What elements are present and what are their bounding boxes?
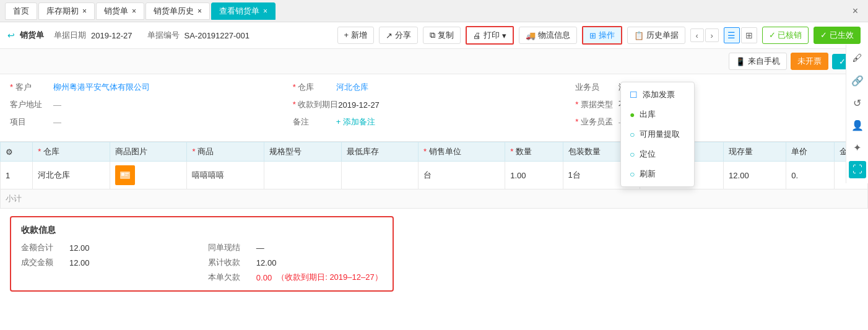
sales-person-label: 业务员孟 xyxy=(575,116,618,128)
cumulative-row: 累计收款 12.00 xyxy=(208,257,383,268)
dropdown-available-qty[interactable]: ○ 可用量提取 xyxy=(621,124,694,144)
logistics-button[interactable]: 🚚 物流信息 xyxy=(519,27,577,44)
warehouse-value[interactable]: 河北仓库 xyxy=(336,82,368,93)
outbound-icon: ● xyxy=(630,110,635,119)
prev-button[interactable]: ‹ xyxy=(690,28,704,42)
next-button[interactable]: › xyxy=(705,28,719,42)
window-close-button[interactable]: × xyxy=(848,6,863,17)
add-invoice-label: 添加发票 xyxy=(643,89,675,100)
payment-date-label: 收款到期日 xyxy=(293,99,339,110)
address-field: 客户地址 — xyxy=(10,99,293,110)
row-qty: 1.00 xyxy=(505,162,563,189)
amount-value: 12.00 xyxy=(69,243,90,253)
panel-edit-icon[interactable]: 🖋 xyxy=(849,50,866,67)
action-bar: 📱 来自手机 未开票 ✓ E xyxy=(0,49,868,74)
svg-rect-1 xyxy=(121,173,124,176)
print-button[interactable]: 🖨 打印 ▾ xyxy=(467,27,513,43)
subtotal-label: 小计 xyxy=(1,189,868,209)
new-button[interactable]: + 新增 xyxy=(337,27,374,44)
employee-label: 业务员 xyxy=(575,82,618,93)
tab-inventory-label: 库存期初 xyxy=(46,6,79,17)
th-warehouse: 仓库 xyxy=(33,142,110,162)
amount-label: 金额合计 xyxy=(21,242,64,253)
tab-inventory[interactable]: 库存期初 × xyxy=(38,2,95,20)
payment-grid: 金额合计 12.00 同单现结 — 成交金额 12.00 累计收款 12.00 xyxy=(21,242,383,283)
dropdown-refresh[interactable]: ○ 刷新 xyxy=(621,164,694,184)
product-thumbnail xyxy=(115,165,135,185)
settings-icon: ⚙ xyxy=(6,147,13,157)
dropdown-outbound[interactable]: ● 出库 xyxy=(621,105,694,124)
right-panel: 🖋 🔗 ↺ 👤 ✦ ⛶ xyxy=(846,45,868,183)
th-image: 商品图片 xyxy=(110,142,187,162)
main-container: ↩ 销货单 单据日期 2019-12-27 单据编号 SA-20191227-0… xyxy=(0,22,868,330)
not-open-button[interactable]: 未开票 xyxy=(791,53,828,70)
th-price: 单价 xyxy=(786,142,835,162)
deal-amount-row: 成交金额 12.00 xyxy=(21,257,196,268)
list-view-button[interactable]: ☰ xyxy=(724,27,740,43)
project-label: 项目 xyxy=(10,116,53,128)
same-order-label: 同单现结 xyxy=(208,242,251,253)
tab-view-sales[interactable]: 查看销货单 × xyxy=(211,2,276,20)
date-label: 单据日期 xyxy=(54,30,86,41)
form-row-2: 客户地址 — 收款到期日 2019-12-27 票据类型 不开票 xyxy=(10,99,858,110)
customer-value[interactable]: 柳州粤港平安气体有限公司 xyxy=(53,82,150,93)
cancelled-label: ✓ 已核销 xyxy=(769,30,802,41)
note-add-button[interactable]: + 添加备注 xyxy=(336,116,375,128)
operation-button[interactable]: ⊞ 操作 xyxy=(583,27,621,43)
panel-link-icon[interactable]: 🔗 xyxy=(849,72,866,89)
payment-date-field: 收款到期日 2019-12-27 xyxy=(293,99,576,110)
logistics-icon: 🚚 xyxy=(526,31,536,40)
from-phone-label: 来自手机 xyxy=(748,56,780,67)
view-toggle: ☰ ⊞ xyxy=(724,27,757,43)
grid-view-button[interactable]: ⊞ xyxy=(741,27,757,43)
number-label: 单据编号 xyxy=(147,30,180,41)
dropdown-locate[interactable]: ○ 定位 xyxy=(621,144,694,164)
cancelled-button[interactable]: ✓ 已核销 xyxy=(762,27,809,44)
tab-home[interactable]: 首页 xyxy=(5,2,37,20)
tab-sales-history-close[interactable]: × xyxy=(197,7,202,15)
panel-refresh-icon[interactable]: ↺ xyxy=(849,94,866,111)
new-button-label: + 新增 xyxy=(344,30,367,41)
project-value: — xyxy=(53,118,61,127)
tab-view-sales-close[interactable]: × xyxy=(263,7,267,15)
amount-row: 金额合计 12.00 xyxy=(21,242,196,253)
th-min-stock: 最低库存 xyxy=(341,142,419,162)
effective-button[interactable]: ✓ 已生效 xyxy=(814,27,861,44)
panel-star-icon[interactable]: ✦ xyxy=(849,139,866,156)
tab-sales-history[interactable]: 销货单历史 × xyxy=(145,2,210,20)
refresh-label: 刷新 xyxy=(640,168,656,180)
th-current: 现存量 xyxy=(724,142,786,162)
cumulative-label: 累计收款 xyxy=(208,257,251,268)
deal-amount-label: 成交金额 xyxy=(21,257,64,268)
form-row-3: 项目 — 备注 + 添加备注 业务员孟 — xyxy=(10,116,858,128)
employee-field: 业务员 演示账号 xyxy=(575,82,858,93)
history-icon: 📋 xyxy=(634,31,644,40)
dropdown-add-invoice[interactable]: ☐ 添加发票 xyxy=(621,85,694,105)
arrears-row: 本单欠款 0.00 （收款到期日: 2019–12–27） xyxy=(208,272,383,283)
share-icon: ↗ xyxy=(386,31,393,40)
th-settings[interactable]: ⚙ xyxy=(1,142,33,162)
from-phone-button[interactable]: 📱 来自手机 xyxy=(729,53,787,70)
product-image-icon xyxy=(119,169,131,181)
panel-expand-icon[interactable]: ⛶ xyxy=(849,161,866,178)
available-qty-label: 可用量提取 xyxy=(640,129,680,140)
available-qty-icon: ○ xyxy=(630,129,635,139)
add-invoice-icon: ☐ xyxy=(630,90,638,100)
tab-sales-close[interactable]: × xyxy=(132,7,136,15)
project-field: 项目 — xyxy=(10,116,293,128)
operation-dropdown: ☐ 添加发票 ● 出库 ○ 可用量提取 ○ 定位 ○ 刷新 xyxy=(620,82,695,187)
th-product: 商品 xyxy=(187,142,264,162)
copy-button[interactable]: ⧉ 复制 xyxy=(423,27,461,44)
operation-icon: ⊞ xyxy=(589,31,596,40)
row-num: 1 xyxy=(1,162,33,189)
row-warehouse: 河北仓库 xyxy=(33,162,110,189)
row-min-stock xyxy=(341,162,419,189)
panel-user-icon[interactable]: 👤 xyxy=(849,116,866,134)
arrears-value: 0.00 xyxy=(256,273,272,282)
history-button[interactable]: 📋 历史单据 xyxy=(627,27,685,44)
print-icon: 🖨 xyxy=(473,31,481,40)
tab-sales[interactable]: 销货单 × xyxy=(96,2,144,20)
nav-arrows: ‹ › xyxy=(690,28,719,42)
tab-inventory-close[interactable]: × xyxy=(82,7,87,15)
share-button[interactable]: ↗ 分享 xyxy=(379,27,418,44)
